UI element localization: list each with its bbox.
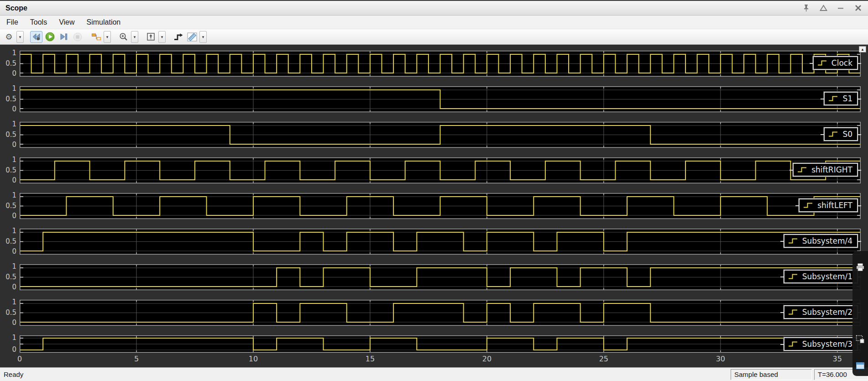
fit-to-view-button[interactable] xyxy=(145,31,157,43)
settings-dropdown-button[interactable]: ▾ xyxy=(16,31,24,43)
y-tick-label: 0.5 xyxy=(5,308,16,317)
menu-simulation[interactable]: Simulation xyxy=(87,18,121,26)
close-icon[interactable] xyxy=(853,4,863,13)
menu-file[interactable]: File xyxy=(6,18,18,26)
signal-selector-dropdown-button[interactable]: ▾ xyxy=(104,31,111,43)
waveform-plot[interactable] xyxy=(20,300,861,326)
measurements-button[interactable] xyxy=(186,31,198,43)
step-forward-icon xyxy=(59,33,68,41)
signal-label: Subsystem/4 xyxy=(802,236,852,245)
y-tick-label: 0 xyxy=(12,141,16,149)
y-tick-label: 0 xyxy=(12,105,16,113)
x-tick-label: 15 xyxy=(366,355,375,363)
zoom-in-button[interactable] xyxy=(117,31,130,43)
trigger-button[interactable] xyxy=(172,31,184,43)
y-tick-label: 0.5 xyxy=(5,237,16,245)
signal-row: 01Subsystem/3 xyxy=(0,335,868,353)
fit-to-view-dropdown-button[interactable]: ▾ xyxy=(158,31,166,43)
signal-row: 00.51S1 xyxy=(0,86,868,112)
x-tick-label: 35 xyxy=(833,355,842,363)
snapshot-icon[interactable] xyxy=(855,334,865,344)
menu-bar: File Tools View Simulation xyxy=(0,16,868,29)
window-controls xyxy=(801,4,863,13)
stepping-options-button[interactable] xyxy=(30,31,42,43)
zoom-in-icon xyxy=(119,32,128,41)
collapse-arrow-button[interactable]: ▲ xyxy=(859,46,866,52)
y-tick-label: 0 xyxy=(12,212,16,220)
step-signal-icon xyxy=(828,130,838,138)
menu-view[interactable]: View xyxy=(59,18,74,26)
signal-label: Clock xyxy=(831,58,852,68)
scope-canvas: ▲ 00.51Clock00.51S100.51S000.51shiftRIGH… xyxy=(0,45,868,367)
window-icon[interactable] xyxy=(855,360,865,371)
waveform-plot[interactable] xyxy=(20,335,861,353)
waveform-plot[interactable] xyxy=(20,86,861,112)
zoom-in-dropdown-button[interactable]: ▾ xyxy=(131,31,138,43)
waveform-plot[interactable] xyxy=(20,229,861,255)
y-tick-label: 0 xyxy=(12,283,16,291)
signal-label-box: S1 xyxy=(824,92,858,105)
y-axis-labels: 00.51 xyxy=(0,122,17,148)
signal-row: 00.51Subsystem/2 xyxy=(0,300,868,326)
y-tick-label: 0 xyxy=(12,345,16,354)
signal-selector-icon xyxy=(91,33,101,41)
y-axis-labels: 00.51 xyxy=(0,157,17,183)
y-axis-labels: 00.51 xyxy=(0,264,17,290)
y-axis-labels: 00.51 xyxy=(0,193,17,219)
waveform-plot[interactable] xyxy=(20,157,861,183)
signal-label-box: Subsystem/1 xyxy=(784,270,858,283)
step-signal-icon xyxy=(797,166,807,174)
signal-row: 00.51Subsystem/1 xyxy=(0,264,868,290)
x-tick-label: 20 xyxy=(482,355,492,363)
signal-row: 00.51shiftRIGHT xyxy=(0,157,868,183)
waveform-plot[interactable] xyxy=(20,51,861,77)
stop-button[interactable] xyxy=(71,31,84,43)
step-signal-icon xyxy=(788,308,798,316)
x-tick-label: 25 xyxy=(599,355,608,363)
x-tick-label: 10 xyxy=(249,355,258,363)
measurements-icon xyxy=(187,32,197,42)
y-tick-label: 0.5 xyxy=(5,130,16,139)
y-tick-label: 1 xyxy=(12,84,16,93)
restore-icon[interactable] xyxy=(819,4,828,13)
fit-to-view-icon xyxy=(146,32,155,41)
pin-icon[interactable] xyxy=(801,4,810,13)
signal-label: S1 xyxy=(842,94,852,103)
y-tick-label: 1 xyxy=(12,191,16,199)
step-signal-icon xyxy=(788,237,798,245)
step-signal-icon xyxy=(803,201,813,209)
run-button[interactable] xyxy=(44,31,56,43)
y-axis-labels: 00.51 xyxy=(0,229,17,255)
signal-label-box: shiftRIGHT xyxy=(793,163,858,177)
signal-label: shiftRIGHT xyxy=(811,165,852,174)
waveform-plot[interactable] xyxy=(20,193,861,219)
measurements-dropdown-button[interactable]: ▾ xyxy=(199,31,207,43)
menu-tools[interactable]: Tools xyxy=(30,18,47,26)
signal-label: Subsystem/3 xyxy=(802,339,852,349)
print-icon[interactable] xyxy=(855,262,865,272)
gear-icon: ⚙ xyxy=(5,33,12,41)
status-sample-mode: Sample based xyxy=(731,369,812,380)
status-bar: Ready Sample based T=36.000 xyxy=(0,367,868,381)
settings-gear-button[interactable]: ⚙ xyxy=(3,31,15,43)
status-ready: Ready xyxy=(4,371,23,378)
y-tick-label: 1 xyxy=(12,120,16,128)
y-tick-label: 0 xyxy=(12,318,16,327)
signal-label: Subsystem/2 xyxy=(802,308,852,317)
step-forward-button[interactable] xyxy=(58,31,70,43)
waveform-plot[interactable] xyxy=(20,264,861,290)
signal-selector-button[interactable] xyxy=(90,31,102,43)
scope-window: Scope File Tools View Simulation ⚙ ▾ xyxy=(0,0,868,381)
y-tick-label: 0 xyxy=(12,176,16,184)
x-axis-labels: 05101520253035 xyxy=(0,354,868,365)
y-tick-label: 0.5 xyxy=(5,273,16,281)
signal-label: S0 xyxy=(842,130,852,139)
signal-label: Subsystem/1 xyxy=(802,272,852,281)
waveform-plot[interactable] xyxy=(20,122,861,148)
step-signal-icon xyxy=(817,59,827,67)
step-signal-icon xyxy=(788,272,798,281)
signal-label-box: Subsystem/4 xyxy=(784,234,858,248)
minimize-icon[interactable] xyxy=(836,4,845,13)
y-tick-label: 1 xyxy=(12,298,16,306)
y-axis-labels: 00.51 xyxy=(0,86,17,112)
